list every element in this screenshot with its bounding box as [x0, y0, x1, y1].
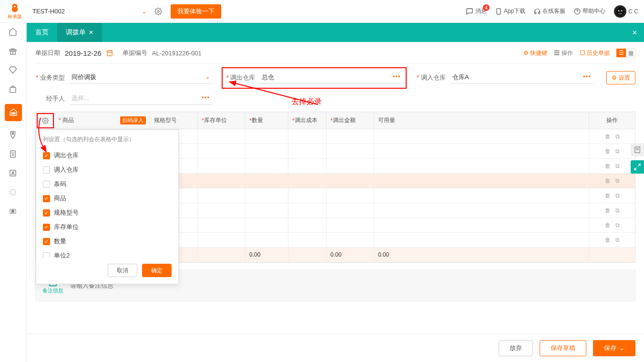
- side-nav: ¥ 新: [0, 23, 27, 362]
- checkbox[interactable]: ✓: [43, 195, 50, 202]
- note-tool-icon[interactable]: [631, 143, 644, 156]
- copy-icon[interactable]: ⧉: [615, 163, 620, 169]
- copy-icon[interactable]: ⧉: [615, 207, 620, 214]
- column-option[interactable]: 调入仓库: [43, 163, 167, 177]
- col-amount: * 调出金额: [327, 112, 374, 129]
- tab-transfer[interactable]: 调拨单 ✕: [57, 23, 102, 42]
- logo: 标准版: [6, 3, 24, 20]
- column-option[interactable]: ✓商品: [43, 191, 167, 206]
- copy-icon[interactable]: ⧉: [615, 148, 620, 155]
- svg-text:¥: ¥: [12, 132, 14, 135]
- column-settings-popup: 列设置（勾选的列会在表格中显示） ✓调出仓库调入仓库条码✓商品✓规格型号✓库存单…: [36, 129, 179, 284]
- help-link[interactable]: 帮助中心: [574, 7, 605, 15]
- trial-button[interactable]: 我要体验一下: [171, 4, 221, 19]
- col-goods: * 商品扫码录入: [55, 112, 150, 129]
- checkbox[interactable]: ✓: [43, 152, 50, 159]
- gear-icon[interactable]: [154, 8, 162, 15]
- messages-link[interactable]: 消息 4: [466, 7, 487, 15]
- form-row-1: 业务类型 同价调拨⌄ 调出仓库 总仓••• 调入仓库 仓库A••• ⚙ 设置: [35, 63, 635, 92]
- doc-date[interactable]: 2019-12-26: [65, 49, 102, 57]
- delete-icon[interactable]: 🗑: [605, 222, 611, 228]
- column-option[interactable]: 条码: [43, 177, 167, 191]
- delete-icon[interactable]: 🗑: [605, 148, 611, 155]
- field-handler[interactable]: 经手人 选择...•••: [35, 92, 212, 105]
- col-cost: * 调出成本: [288, 112, 327, 129]
- checkbox[interactable]: [43, 166, 50, 174]
- discard-button[interactable]: 放弃: [499, 340, 533, 356]
- close-all-tabs[interactable]: ✕: [625, 23, 644, 42]
- checkbox[interactable]: [43, 252, 50, 259]
- service-link[interactable]: 在线客服: [534, 7, 565, 15]
- delete-icon[interactable]: 🗑: [605, 163, 611, 169]
- cancel-button[interactable]: 取消: [108, 264, 137, 277]
- expand-tool-icon[interactable]: [631, 160, 644, 174]
- more-icon[interactable]: •••: [202, 94, 210, 101]
- chevron-down-icon: ⌄: [619, 344, 624, 352]
- checkbox[interactable]: ✓: [43, 224, 50, 231]
- nav-contact-icon[interactable]: [9, 169, 18, 178]
- nav-diamond-icon[interactable]: [9, 66, 18, 75]
- nav-warehouse-icon[interactable]: [5, 104, 22, 121]
- save-button[interactable]: 保存 ⌄: [593, 340, 635, 356]
- save-draft-button[interactable]: 保存草稿: [540, 340, 586, 356]
- nav-new-icon[interactable]: 新: [9, 207, 18, 217]
- history-link[interactable]: 历史单据: [580, 49, 610, 57]
- column-option[interactable]: ✓调出仓库: [43, 148, 167, 163]
- checkbox[interactable]: ✓: [43, 238, 50, 245]
- checkbox[interactable]: ✓: [43, 209, 50, 217]
- copy-icon[interactable]: ⧉: [615, 133, 620, 140]
- top-right: 消息 4 App下载 在线客服 帮助中心 C C: [466, 5, 638, 18]
- delete-icon[interactable]: 🗑: [605, 177, 611, 184]
- user-menu[interactable]: C C: [614, 5, 638, 18]
- svg-rect-30: [580, 51, 584, 55]
- nav-bag-icon[interactable]: [9, 85, 18, 94]
- svg-point-9: [622, 10, 623, 11]
- delete-icon[interactable]: 🗑: [605, 237, 611, 243]
- headset-icon: [534, 8, 541, 15]
- column-option[interactable]: ✓数量: [43, 234, 167, 248]
- close-icon[interactable]: ✕: [89, 29, 93, 36]
- nav-clipboard-icon[interactable]: [9, 150, 18, 159]
- more-icon[interactable]: •••: [583, 73, 591, 80]
- grid-view-icon[interactable]: ▦: [626, 49, 635, 57]
- column-option[interactable]: ✓库存单位: [43, 220, 167, 234]
- column-option[interactable]: ✓规格型号: [43, 206, 167, 220]
- copy-icon[interactable]: ⧉: [615, 237, 620, 243]
- view-toggle[interactable]: ☰▦: [616, 49, 635, 57]
- list-view-icon[interactable]: ☰: [616, 49, 626, 57]
- copy-icon[interactable]: ⧉: [615, 192, 620, 199]
- copy-icon[interactable]: ⧉: [615, 177, 620, 184]
- settings-button[interactable]: ⚙ 设置: [606, 71, 635, 84]
- delete-icon[interactable]: 🗑: [605, 133, 611, 140]
- tab-home[interactable]: 首页: [27, 23, 57, 42]
- app-download-link[interactable]: App下载: [495, 7, 525, 15]
- calendar-icon[interactable]: [106, 50, 113, 56]
- delete-icon[interactable]: 🗑: [605, 192, 611, 199]
- copy-icon[interactable]: ⧉: [615, 222, 620, 228]
- message-badge: 4: [483, 4, 490, 11]
- nav-dots-icon[interactable]: [9, 188, 18, 197]
- svg-rect-26: [107, 51, 112, 56]
- content: 单据日期 2019-12-26 单据编号 AL-20191226-001 ⚙ 快…: [27, 42, 644, 333]
- field-out-warehouse[interactable]: 调出仓库 总仓•••: [225, 71, 402, 84]
- nav-money-icon[interactable]: ¥: [9, 131, 18, 140]
- nav-home-icon[interactable]: [9, 28, 18, 37]
- column-option[interactable]: 单位2: [43, 248, 167, 258]
- table-header: * 商品扫码录入 规格型号 * 库存单位 * 数量 * 调出成本 * 调出金额 …: [36, 112, 635, 129]
- scan-button[interactable]: 扫码录入: [120, 116, 146, 124]
- chevron-down-icon: ⌄: [205, 73, 210, 80]
- svg-text:新: 新: [11, 209, 14, 213]
- column-settings-button[interactable]: [36, 112, 55, 129]
- checkbox[interactable]: [43, 181, 50, 188]
- delete-icon[interactable]: 🗑: [605, 207, 611, 214]
- confirm-button[interactable]: 确定: [142, 264, 172, 277]
- field-in-warehouse[interactable]: 调入仓库 仓库A•••: [416, 71, 593, 84]
- more-icon[interactable]: •••: [393, 73, 401, 80]
- footer: 放弃 保存草稿 保存 ⌄: [27, 333, 644, 362]
- nav-gift-icon[interactable]: [9, 47, 18, 56]
- field-biz-type[interactable]: 业务类型 同价调拨⌄: [35, 71, 212, 84]
- operate-link[interactable]: ☰ 操作: [554, 49, 572, 57]
- org-selector[interactable]: TEST-H002 ⌄: [28, 4, 152, 19]
- phone-icon: [495, 8, 502, 15]
- shortcut-link[interactable]: ⚙ 快捷键: [523, 49, 547, 57]
